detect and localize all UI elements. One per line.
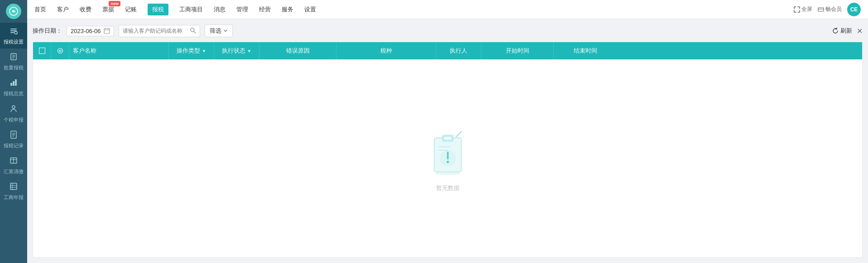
sidebar-item-gongshang-nianbao[interactable]: 工商年报 [0, 178, 27, 204]
filter-button[interactable]: 筛选 [205, 24, 233, 37]
chevron-down-icon [223, 29, 228, 33]
record-icon [9, 130, 18, 141]
svg-rect-9 [10, 83, 12, 86]
nav-xiaoxi[interactable]: 消息 [214, 4, 225, 15]
svg-rect-26 [104, 29, 110, 34]
sidebar-item-piliang-baoshui[interactable]: 批量报税 [0, 49, 27, 74]
svg-rect-11 [15, 79, 17, 86]
main-area: 首页 客户 收费 票据 new 记账 报税 工商项目 消息 管理 经营 服务 设… [27, 0, 868, 263]
top-navigation: 首页 客户 收费 票据 new 记账 报税 工商项目 消息 管理 经营 服务 设… [27, 0, 868, 19]
sidebar-item-baoshui-jilu[interactable]: 报税记录 [0, 127, 27, 152]
svg-line-4 [17, 34, 17, 34]
th-executor: 执行人 [436, 42, 481, 59]
svg-point-12 [12, 106, 15, 108]
refresh-label: 刷新 [840, 27, 852, 35]
nav-jingying[interactable]: 经营 [259, 4, 271, 15]
close-button[interactable]: ✕ [857, 27, 863, 35]
nav-gongshang[interactable]: 工商项目 [179, 4, 203, 15]
search-button[interactable] [186, 25, 200, 37]
sidebar-logo [0, 0, 27, 23]
date-picker[interactable]: 2023-06-06 [67, 26, 114, 36]
sidebar-label-baoshui-zonglanjun: 报税总览 [4, 91, 24, 97]
svg-point-30 [191, 28, 194, 32]
sidebar-item-baoshui-zonglanjun[interactable]: 报税总览 [0, 74, 27, 100]
svg-point-44 [435, 171, 460, 175]
fullscreen-icon [794, 6, 800, 13]
vip-btn[interactable]: 畅会员 [818, 5, 842, 13]
th-exec-status: 执行状态 ▼ [214, 42, 259, 59]
date-label: 操作日期： [33, 27, 62, 35]
refresh-button[interactable]: 刷新 [832, 27, 852, 35]
sidebar-label-baoshui-shezhi: 报税设置 [4, 39, 24, 45]
nav-home[interactable]: 首页 [34, 4, 46, 15]
svg-line-31 [194, 31, 196, 33]
fullscreen-label: 全屏 [801, 5, 812, 13]
table-header: 客户名称 操作类型 ▼ 执行状态 ▼ 错误原因 税种 执行人 [33, 42, 862, 59]
toolbar: 操作日期： 2023-06-06 [33, 24, 863, 37]
nav-right: 全屏 畅会员 CE [794, 3, 861, 16]
person-tax-icon [9, 104, 18, 116]
nav-jizhang[interactable]: 记账 [125, 4, 137, 15]
fullscreen-btn[interactable]: 全屏 [794, 5, 812, 13]
svg-rect-24 [818, 8, 824, 11]
column-settings-icon[interactable] [57, 48, 63, 54]
search-box[interactable] [119, 25, 200, 37]
sort-icon-operation: ▼ [202, 49, 206, 54]
page-content: 操作日期： 2023-06-06 [27, 19, 868, 263]
empty-illustration [425, 124, 470, 179]
user-avatar[interactable]: CE [847, 3, 861, 16]
th-checkbox[interactable] [33, 42, 51, 59]
nav-items: 首页 客户 收费 票据 new 记账 报税 工商项目 消息 管理 经营 服务 设… [34, 4, 794, 15]
th-customer-name: 客户名称 [69, 42, 169, 59]
vip-label: 畅会员 [825, 5, 842, 13]
svg-point-39 [446, 161, 449, 163]
sidebar-label-huisuan-jiaona: 汇算清缴 [4, 169, 24, 175]
svg-point-3 [14, 31, 17, 34]
sidebar-item-baoshui-shezhi[interactable]: 报税设置 [0, 23, 27, 49]
nav-customer[interactable]: 客户 [57, 4, 69, 15]
sidebar-label-baoshui-jilu: 报税记录 [4, 143, 24, 149]
nav-shezhi[interactable]: 设置 [304, 4, 316, 15]
th-start-time: 开始时间 [481, 42, 554, 59]
vip-icon [818, 6, 824, 13]
svg-rect-36 [444, 137, 451, 140]
data-table: 客户名称 操作类型 ▼ 执行状态 ▼ 错误原因 税种 执行人 [33, 42, 863, 258]
search-input[interactable] [119, 26, 186, 36]
sidebar-label-gongshang-nianbao: 工商年报 [4, 195, 24, 200]
svg-rect-2 [10, 32, 14, 33]
settings-icon [9, 26, 18, 38]
nav-guanli[interactable]: 管理 [236, 4, 248, 15]
refresh-icon [832, 28, 839, 34]
batch-tax-icon [9, 52, 18, 63]
svg-rect-20 [10, 183, 17, 190]
calendar-icon [104, 28, 110, 34]
select-all-checkbox[interactable] [39, 48, 45, 54]
svg-rect-0 [10, 29, 17, 29]
nav-baoshui[interactable]: 报税 [148, 4, 168, 15]
svg-point-33 [58, 49, 62, 54]
th-settings [51, 42, 69, 59]
annual-report-icon [9, 182, 18, 193]
search-icon [190, 27, 196, 34]
sort-icon-status: ▼ [247, 49, 252, 54]
empty-state-text: 暂无数据 [436, 184, 460, 192]
app-logo [6, 4, 21, 19]
filter-label: 筛选 [210, 27, 221, 35]
nav-shoufei[interactable]: 收费 [80, 4, 91, 15]
sidebar-label-geshuishenbao: 个税申报 [4, 117, 24, 123]
svg-rect-10 [13, 81, 14, 86]
sidebar-item-huisuan-jiaona[interactable]: 汇算清缴 [0, 152, 27, 178]
table-body: 暂无数据 [33, 59, 862, 257]
nav-fapiao[interactable]: 票据 new [102, 4, 114, 15]
settlement-icon [9, 156, 18, 167]
sidebar-item-geshuishenbao[interactable]: 个税申报 [0, 101, 27, 127]
svg-point-32 [59, 50, 61, 52]
date-value: 2023-06-06 [71, 28, 101, 34]
new-badge: new [109, 1, 120, 6]
nav-fuwu[interactable]: 服务 [282, 4, 293, 15]
th-end-time: 结束时间 [554, 42, 617, 59]
th-operation-type: 操作类型 ▼ [169, 42, 214, 59]
sidebar-label-piliang-baoshui: 批量报税 [4, 65, 24, 71]
sidebar: 报税设置 批量报税 报税总览 [0, 0, 27, 263]
th-tax-type: 税种 [336, 42, 436, 59]
